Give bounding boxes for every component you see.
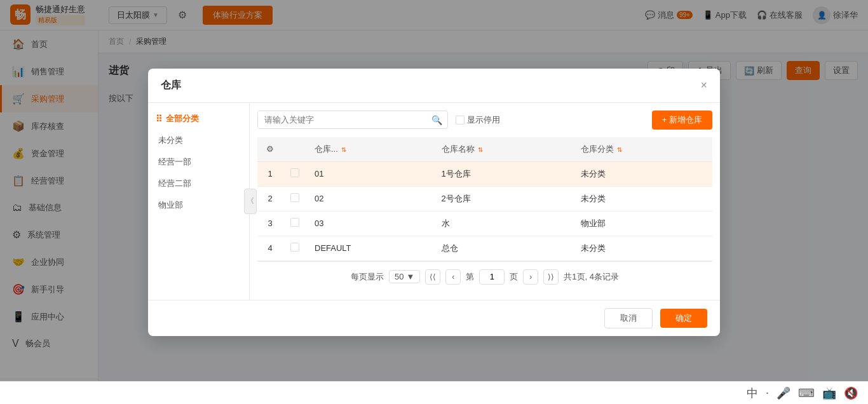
col-name-label: 仓库名称	[442, 144, 475, 154]
category-item-unclassified[interactable]: 未分类	[148, 130, 249, 151]
show-disabled-label: 显示停用	[467, 114, 500, 126]
grid-icon: ⠿	[156, 114, 162, 124]
row-2-code: 02	[307, 186, 434, 211]
bottom-screen-icon[interactable]: 📺	[822, 386, 836, 400]
show-disabled-toggle[interactable]: 显示停用	[456, 114, 500, 126]
col-checkbox	[283, 137, 307, 162]
col-category[interactable]: 仓库分类 ⇅	[573, 137, 712, 162]
table-header: ⚙ 仓库... ⇅ 仓库名称 ⇅	[257, 137, 712, 162]
row-1-checkbox[interactable]	[283, 161, 307, 186]
per-page-label: 每页显示	[351, 271, 384, 283]
col-settings[interactable]: ⚙	[257, 137, 283, 162]
page-number-input[interactable]	[479, 269, 505, 285]
row-2-name: 2号仓库	[434, 186, 573, 211]
page-label: 第	[466, 271, 474, 283]
new-warehouse-button[interactable]: + 新增仓库	[652, 111, 712, 130]
row-1-code: 01	[307, 161, 434, 186]
collapse-sidebar-button[interactable]: 《	[244, 189, 257, 214]
search-input[interactable]	[258, 111, 426, 128]
modal-close-button[interactable]: ×	[700, 79, 707, 92]
modal-footer: 取消 确定	[148, 300, 720, 336]
row-checkbox[interactable]	[290, 168, 299, 177]
next-page-button[interactable]: ›	[523, 269, 538, 285]
col-code[interactable]: 仓库... ⇅	[307, 137, 434, 162]
bottom-bar: 中 · 🎤 ⌨ 📺 🔇	[0, 381, 868, 404]
row-3-num: 3	[257, 211, 283, 236]
per-page-select[interactable]: 50 ▼	[389, 270, 420, 283]
cancel-button[interactable]: 取消	[604, 308, 653, 328]
col-name[interactable]: 仓库名称 ⇅	[434, 137, 573, 162]
table-body: 1 01 1号仓库 未分类 2	[257, 161, 712, 260]
row-checkbox[interactable]	[290, 218, 299, 227]
bottom-mute-icon[interactable]: 🔇	[844, 386, 858, 400]
modal-body: ⠿ 全部分类 未分类 经营一部 经营二部 物业部 《	[148, 103, 720, 300]
prev-page-button[interactable]: ‹	[445, 269, 461, 285]
col-category-label: 仓库分类	[581, 144, 614, 154]
table-toolbar: 🔍 显示停用 + 新增仓库	[257, 111, 712, 130]
row-3-name: 水	[434, 211, 573, 236]
first-page-button[interactable]: ⟨⟨	[425, 269, 440, 285]
col-code-label: 仓库...	[315, 144, 338, 154]
row-4-name: 总仓	[434, 236, 573, 260]
search-icon[interactable]: 🔍	[426, 115, 447, 125]
row-3-checkbox[interactable]	[283, 211, 307, 236]
row-3-code: 03	[307, 211, 434, 236]
all-categories-item[interactable]: ⠿ 全部分类	[148, 108, 249, 130]
row-1-num: 1	[257, 161, 283, 186]
row-3-category: 物业部	[573, 211, 712, 236]
table-area: 🔍 显示停用 + 新增仓库 ⚙	[250, 103, 720, 300]
sort-code-icon: ⇅	[341, 146, 346, 153]
row-2-checkbox[interactable]	[283, 186, 307, 211]
per-page-arrow: ▼	[406, 272, 414, 281]
row-4-code: DEFAULT	[307, 236, 434, 260]
warehouse-table: ⚙ 仓库... ⇅ 仓库名称 ⇅	[257, 137, 712, 261]
per-page-value: 50	[395, 272, 403, 281]
bottom-keyboard-icon[interactable]: ⌨	[798, 386, 815, 400]
bottom-mic-icon[interactable]: 🎤	[776, 386, 790, 400]
row-2-category: 未分类	[573, 186, 712, 211]
row-4-num: 4	[257, 236, 283, 260]
row-checkbox[interactable]	[290, 243, 299, 252]
show-disabled-checkbox[interactable]	[456, 116, 465, 125]
page-suffix: 页	[510, 271, 518, 283]
last-page-button[interactable]: ⟩⟩	[543, 269, 559, 285]
table-row[interactable]: 4 DEFAULT 总仓 未分类	[257, 236, 712, 260]
row-checkbox[interactable]	[290, 193, 299, 202]
category-sidebar: ⠿ 全部分类 未分类 经营一部 经营二部 物业部 《	[148, 103, 250, 300]
modal-header: 仓库 ×	[148, 69, 720, 103]
confirm-button[interactable]: 确定	[660, 309, 707, 328]
category-item-dept2[interactable]: 经营二部	[148, 173, 249, 194]
sort-category-icon: ⇅	[617, 146, 622, 153]
warehouse-modal: 仓库 × ⠿ 全部分类 未分类 经营一部 经营二部	[148, 69, 720, 336]
table-row[interactable]: 1 01 1号仓库 未分类	[257, 161, 712, 186]
sort-name-icon: ⇅	[478, 146, 483, 153]
row-2-num: 2	[257, 186, 283, 211]
total-info: 共1页, 4条记录	[564, 271, 619, 283]
row-1-category: 未分类	[573, 161, 712, 186]
pagination: 每页显示 50 ▼ ⟨⟨ ‹ 第 页 › ⟩⟩ 共1页, 4条记录	[257, 261, 712, 292]
modal-title: 仓库	[161, 79, 181, 92]
search-box: 🔍	[257, 111, 448, 129]
all-categories-label: 全部分类	[166, 113, 199, 125]
table-row[interactable]: 2 02 2号仓库 未分类	[257, 186, 712, 211]
table-row[interactable]: 3 03 水 物业部	[257, 211, 712, 236]
table-container: ⚙ 仓库... ⇅ 仓库名称 ⇅	[257, 137, 712, 261]
row-4-checkbox[interactable]	[283, 236, 307, 260]
category-item-dept1[interactable]: 经营一部	[148, 151, 249, 173]
bottom-dot-icon: ·	[766, 386, 769, 400]
category-item-property[interactable]: 物业部	[148, 194, 249, 216]
bottom-cn-icon[interactable]: 中	[747, 386, 758, 401]
row-1-name: 1号仓库	[434, 161, 573, 186]
row-4-category: 未分类	[573, 236, 712, 260]
modal-overlay[interactable]: 仓库 × ⠿ 全部分类 未分类 经营一部 经营二部	[0, 0, 868, 404]
